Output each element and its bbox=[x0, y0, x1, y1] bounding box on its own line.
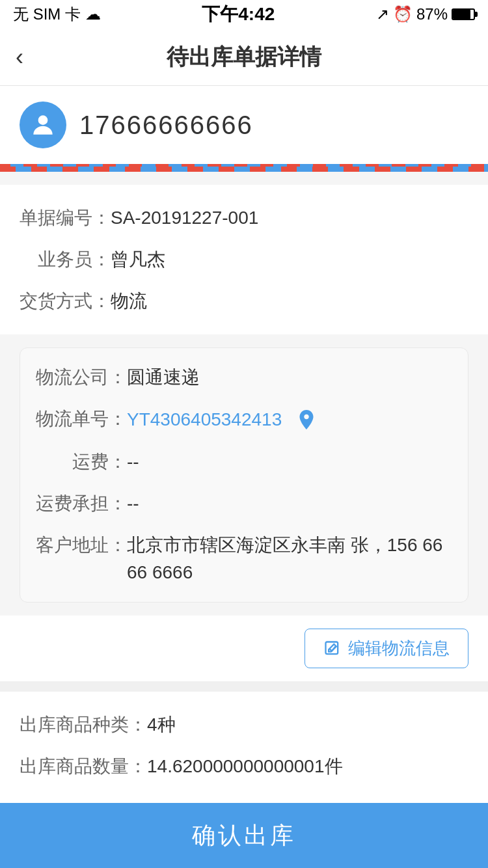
battery-text: 87% bbox=[416, 5, 448, 23]
delivery-method-row: 交货方式： 物流 bbox=[20, 288, 468, 315]
section-separator bbox=[0, 681, 488, 692]
document-no-value: SA-20191227-001 bbox=[111, 204, 468, 232]
status-left: 无 SIM 卡 ☁ bbox=[13, 4, 101, 25]
user-phone: 17666666666 bbox=[79, 111, 253, 140]
freight-row: 运费： -- bbox=[36, 448, 452, 476]
nav-bar: ‹ 待出库单据详情 bbox=[0, 29, 488, 86]
location-icon: ↗ bbox=[376, 5, 389, 23]
freight-bearer-row: 运费承担： -- bbox=[36, 490, 452, 517]
address-label: 客户地址： bbox=[36, 532, 127, 559]
sim-wifi-text: 无 SIM 卡 ☁ bbox=[13, 4, 101, 25]
edit-icon bbox=[323, 640, 342, 658]
freight-value: -- bbox=[127, 448, 452, 476]
document-no-label: 单据编号： bbox=[20, 204, 111, 232]
edit-logistics-wrap: 编辑物流信息 bbox=[0, 616, 488, 681]
svg-rect-1 bbox=[326, 642, 338, 654]
tracking-no-row: 物流单号： YT4306405342413 bbox=[36, 405, 452, 434]
page-title: 待出库单据详情 bbox=[167, 42, 321, 72]
goods-quantity-label: 出库商品数量： bbox=[20, 753, 147, 780]
logistics-company-label: 物流公司： bbox=[36, 364, 127, 391]
goods-type-label: 出库商品种类： bbox=[20, 711, 147, 739]
tracking-no-value: YT4306405342413 bbox=[127, 406, 282, 433]
alarm-icon: ⏰ bbox=[393, 5, 413, 23]
document-no-row: 单据编号： SA-20191227-001 bbox=[20, 204, 468, 232]
confirm-button[interactable]: 确认出库 bbox=[0, 803, 488, 868]
goods-quantity-row: 出库商品数量： 14.620000000000001件 bbox=[20, 753, 468, 780]
avatar bbox=[20, 102, 66, 148]
salesperson-row: 业务员： 曾凡杰 bbox=[20, 246, 468, 273]
goods-type-value: 4种 bbox=[147, 711, 468, 739]
delivery-method-value: 物流 bbox=[111, 288, 468, 315]
address-row: 客户地址： 北京市市辖区海淀区永丰南 张，156 6666 6666 bbox=[36, 532, 452, 586]
status-time: 下午4:42 bbox=[202, 2, 275, 27]
logistics-card: 物流公司： 圆通速递 物流单号： YT4306405342413 运费： -- … bbox=[20, 347, 468, 603]
salesperson-label: 业务员： bbox=[20, 246, 111, 273]
battery-icon bbox=[452, 8, 475, 20]
confirm-button-label: 确认出库 bbox=[192, 820, 296, 852]
delivery-method-label: 交货方式： bbox=[20, 288, 111, 315]
logistics-company-value: 圆通速递 bbox=[127, 364, 452, 391]
back-button[interactable]: ‹ bbox=[16, 44, 23, 71]
status-right: ↗ ⏰ 87% bbox=[376, 5, 475, 23]
goods-type-row: 出库商品种类： 4种 bbox=[20, 711, 468, 739]
user-header: 17666666666 bbox=[0, 86, 488, 167]
edit-logistics-button[interactable]: 编辑物流信息 bbox=[305, 629, 468, 668]
salesperson-value: 曾凡杰 bbox=[111, 246, 468, 273]
order-info-section: 单据编号： SA-20191227-001 业务员： 曾凡杰 交货方式： 物流 bbox=[0, 185, 488, 334]
status-bar: 无 SIM 卡 ☁ 下午4:42 ↗ ⏰ 87% bbox=[0, 0, 488, 29]
tracking-no-label: 物流单号： bbox=[36, 405, 127, 433]
freight-bearer-label: 运费承担： bbox=[36, 490, 127, 517]
goods-section: 出库商品种类： 4种 出库商品数量： 14.620000000000001件 bbox=[0, 692, 488, 800]
logistics-company-row: 物流公司： 圆通速递 bbox=[36, 364, 452, 391]
address-value: 北京市市辖区海淀区永丰南 张，156 6666 6666 bbox=[127, 532, 452, 586]
user-icon bbox=[29, 111, 57, 139]
map-pin-icon[interactable] bbox=[292, 405, 321, 434]
svg-point-0 bbox=[38, 115, 48, 125]
tracking-no-content: YT4306405342413 bbox=[127, 405, 321, 434]
goods-quantity-value: 14.620000000000001件 bbox=[147, 753, 468, 780]
edit-logistics-label: 编辑物流信息 bbox=[348, 637, 450, 660]
freight-bearer-value: -- bbox=[127, 490, 452, 517]
stripe-divider bbox=[0, 167, 488, 172]
freight-label: 运费： bbox=[36, 448, 127, 476]
